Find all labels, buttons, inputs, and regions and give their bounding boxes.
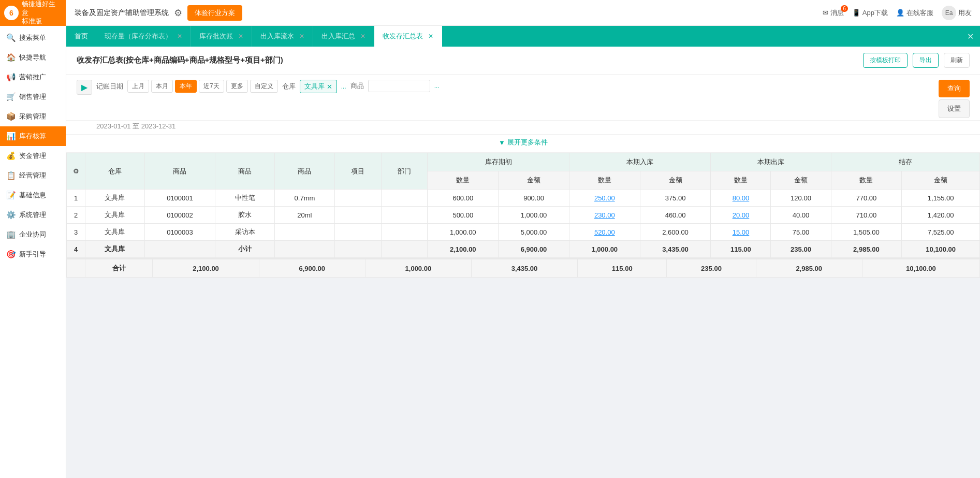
refresh-button[interactable]: 刷新 [944,53,970,68]
row-opening-amt: 6,900.00 [499,241,569,258]
tab-close-receive_summary[interactable]: ✕ [428,33,433,40]
footer-in-qty: 1,000.00 [365,259,471,278]
row-no: 3 [67,224,85,241]
tab-close-batch[interactable]: ✕ [238,33,243,40]
sidebar-item-enterprise[interactable]: 🏢企业协同 [0,225,66,244]
row-in-amt: 460.00 [640,207,711,224]
row-warehouse: 文具库 [85,207,145,224]
row-out-qty[interactable]: 15.00 [711,224,771,241]
sidebar-item-label: 营销推广 [19,73,46,82]
enterprise-icon: 🏢 [6,230,16,239]
tab-close-inventory_dist[interactable]: ✕ [177,33,182,40]
query-button[interactable]: 查询 [939,80,970,97]
tab-inout_summary[interactable]: 出入库汇总✕ [313,26,374,47]
app-download-item[interactable]: 📱 App下载 [852,8,888,18]
footer-closing-amt: 10,100.00 [862,259,979,278]
tab-close-inout_summary[interactable]: ✕ [360,33,365,40]
row-out-qty[interactable]: 20.00 [711,207,771,224]
export-button[interactable]: 导出 [913,53,939,68]
row-opening-amt: 900.00 [499,190,569,207]
tab-close-inout_flow[interactable]: ✕ [299,33,304,40]
row-out-qty: 115.00 [711,241,771,258]
th-closing-qty: 数量 [831,171,902,190]
row-in-amt: 3,435.00 [640,241,711,258]
sidebar-item-guide[interactable]: 🎯新手引导 [0,244,66,264]
finance-icon: 💰 [6,151,16,161]
table-row: 3 文具库 0100003 采访本 1,000.00 5,000.00 520.… [67,224,980,241]
sidebar-item-marketing_promo[interactable]: 📢营销推广 [0,67,66,87]
close-all-tabs[interactable]: ✕ [961,32,980,41]
date-btn-自定义[interactable]: 自定义 [250,80,278,93]
goods-filter-input[interactable] [368,80,430,92]
th-opening-amt: 金额 [499,171,569,190]
tab-receive_summary[interactable]: 收发存汇总表✕ [374,26,442,47]
sidebar-item-finance[interactable]: 💰资金管理 [0,146,66,166]
date-btn-更多[interactable]: 更多 [226,80,248,93]
sidebar-item-system[interactable]: ⚙️系统管理 [0,205,66,225]
date-btn-本年[interactable]: 本年 [175,80,197,93]
settings-gear-icon[interactable]: ⚙ [174,7,182,19]
experience-button[interactable]: 体验行业方案 [187,5,242,21]
expand-more-button[interactable]: ▼ 展开更多条件 [499,138,548,147]
row-in-amt: 375.00 [640,190,711,207]
row-in-qty[interactable]: 520.00 [569,224,640,241]
sidebar-item-sales[interactable]: 🛒销售管理 [0,87,66,107]
sidebar-item-label: 搜索菜单 [19,33,46,42]
sidebar-item-purchase[interactable]: 📦采购管理 [0,107,66,126]
tab-inventory_dist[interactable]: 现存量（库存分布表）✕ [96,26,191,47]
row-out-amt: 235.00 [771,241,831,258]
th-warehouse: 仓库 [85,153,145,190]
tab-label: 出入库汇总 [321,32,355,41]
user-item[interactable]: Ea 用友 [942,6,972,20]
online-service-item[interactable]: 👤 在线客服 [896,8,933,18]
th-in-qty: 数量 [569,171,640,190]
sidebar-item-basic_info[interactable]: 📝基础信息 [0,185,66,205]
sidebar-item-label: 采购管理 [19,112,46,121]
footer-out-amt: 235.00 [667,259,756,278]
sidebar-item-label: 基础信息 [19,191,46,200]
row-in-qty[interactable]: 250.00 [569,190,640,207]
table-row: 2 文具库 0100002 胶水 20ml 500.00 1,000.00 23… [67,207,980,224]
sidebar-item-label: 企业协同 [19,230,46,239]
sidebar-item-label: 经营管理 [19,171,46,180]
logo-area: 6 畅捷通好生意 标准版 [0,0,66,26]
messages-icon-item[interactable]: ✉ 消息 6 [823,8,844,18]
row-no: 4 [67,241,85,258]
date-btn-近7天[interactable]: 近7天 [199,80,224,93]
sidebar-item-label: 系统管理 [19,210,46,220]
warehouse-tag-remove[interactable]: ✕ [327,83,332,91]
sidebar-item-operations[interactable]: 📋经营管理 [0,166,66,185]
th-project: 项目 [334,153,381,190]
warehouse-filter-label: 仓库 [282,82,296,91]
sidebar-item-inventory[interactable]: 📊库存核算 [0,126,66,146]
date-filter-group: 记账日期 上月本月本年近7天更多自定义 [96,80,278,93]
footer-table: 合计 2,100.00 6,900.00 1,000.00 3,435.00 1… [66,259,980,278]
table-settings-col[interactable]: ⚙ [67,153,85,190]
date-btn-上月[interactable]: 上月 [127,80,149,93]
sidebar: 6 畅捷通好生意 标准版 🔍搜索菜单🏠快捷导航📢营销推广🛒销售管理📦采购管理📊库… [0,0,66,478]
tab-home[interactable]: 首页 [66,26,96,47]
th-opening: 库存期初 [428,153,569,171]
operations-icon: 📋 [6,171,16,180]
tab-bar: 首页现存量（库存分布表）✕库存批次账✕出入库流水✕出入库汇总✕收发存汇总表✕✕ [66,26,980,47]
tab-batch[interactable]: 库存批次账✕ [191,26,252,47]
row-in-qty[interactable]: 230.00 [569,207,640,224]
row-closing-amt: 1,420.00 [902,207,980,224]
tab-label: 收发存汇总表 [383,32,423,41]
tab-inout_flow[interactable]: 出入库流水✕ [252,26,313,47]
logo-text: 畅捷通好生意 标准版 [22,0,62,26]
guide-icon: 🎯 [6,250,16,259]
row-goods-name: 中性笔 [215,190,275,207]
warehouse-more[interactable]: ... [341,83,346,90]
row-goods-code: 0100001 [144,190,215,207]
row-dept [381,190,428,207]
row-opening-qty: 2,100.00 [428,241,499,258]
date-btn-本月[interactable]: 本月 [151,80,173,93]
sidebar-item-quick[interactable]: 🏠快捷导航 [0,48,66,67]
filter-settings-button[interactable]: 设置 [939,99,970,118]
filter-expand-button[interactable]: ▶ [77,80,92,95]
template-print-button[interactable]: 按模板打印 [863,53,908,68]
row-out-qty[interactable]: 80.00 [711,190,771,207]
sidebar-item-search[interactable]: 🔍搜索菜单 [0,28,66,48]
goods-more[interactable]: ... [434,82,440,90]
